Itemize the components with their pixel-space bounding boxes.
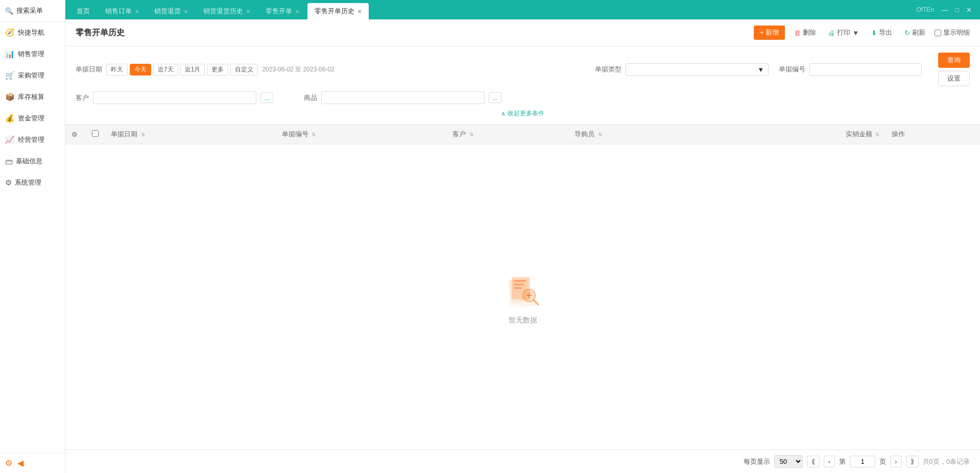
tab-close-retail-open[interactable]: ✕ <box>295 9 299 14</box>
date-btn-last-month[interactable]: 近1月 <box>180 64 205 76</box>
tab-label-home: 首页 <box>77 7 90 16</box>
filter-row-1: 单据日期 昨天 今天 近7天 近1月 更多 自定义 2023-06-02 至 2… <box>76 53 970 86</box>
display-checkbox[interactable] <box>935 30 941 36</box>
collapse-label: 收起更多条件 <box>508 109 544 118</box>
header-actions: + 新增 🗑 删除 🖨 打印 ▼ ⬇ 导出 ↻ 刷新 <box>754 26 970 40</box>
doc-no-input[interactable] <box>809 63 922 76</box>
next-page-btn[interactable]: › <box>890 456 901 467</box>
sidebar-search[interactable]: 🔍 搜索采单 <box>0 0 65 22</box>
date-filter-label: 单据日期 <box>76 65 102 74</box>
tab-close-retail-open-history[interactable]: ✕ <box>357 9 362 14</box>
date-buttons: 昨天 今天 近7天 近1月 更多 自定义 2023-06-02 至 2023-0… <box>106 64 334 76</box>
maximize-btn[interactable]: □ <box>955 6 959 14</box>
delete-icon: 🗑 <box>794 29 801 37</box>
col-date[interactable]: 单据日期 ⇅ <box>105 125 276 144</box>
doc-type-select[interactable]: ▼ <box>626 63 769 76</box>
svg-rect-4 <box>514 284 524 285</box>
prev-page-btn[interactable]: ‹ <box>824 456 835 467</box>
date-btn-today[interactable]: 今天 <box>130 64 151 76</box>
sidebar-item-sales-mgmt[interactable]: 📊销售管理 <box>0 43 65 65</box>
sidebar-icon-quick-nav: 🧭 <box>5 28 15 37</box>
col-customer[interactable]: 客户 ⇅ <box>446 125 568 144</box>
sidebar-item-purchase-mgmt[interactable]: 🛒采购管理 <box>0 65 65 86</box>
sidebar-label-basic-info: 基础信息 <box>16 157 42 166</box>
date-btn-yesterday[interactable]: 昨天 <box>106 64 128 76</box>
table-settings-icon[interactable]: ⚙ <box>71 131 78 138</box>
col-guide-label: 导购员 <box>575 130 594 138</box>
sidebar-item-operations[interactable]: 📈经营管理 <box>0 129 65 151</box>
refresh-button[interactable]: ↻ 刷新 <box>901 26 928 39</box>
doc-type-label: 单据类型 <box>595 65 622 74</box>
refresh-label: 刷新 <box>912 28 925 37</box>
collapse-arrow: ∧ <box>501 110 506 117</box>
date-btn-more[interactable]: 更多 <box>207 64 228 76</box>
table-settings-header[interactable]: ⚙ <box>65 125 86 144</box>
tab-bar: 首页销售订单✕销货退货✕销货退货历史✕零售开单✕零售开单历史✕ OfTEn — … <box>65 0 980 19</box>
per-page-label: 每页显示 <box>744 457 770 466</box>
col-customer-sort: ⇅ <box>469 132 473 137</box>
print-label: 打印 <box>837 28 850 37</box>
sidebar-icon-system: ⚙ <box>5 178 12 187</box>
sidebar-icon-operations: 📈 <box>5 135 15 144</box>
sidebar-item-system[interactable]: ⚙系统管理 <box>0 172 65 193</box>
tab-retail-open[interactable]: 零售开单✕ <box>258 3 306 19</box>
sidebar-label-system: 系统管理 <box>15 178 41 187</box>
query-button[interactable]: 查询 <box>938 53 970 68</box>
settings-icon[interactable]: ⚙ <box>5 458 12 468</box>
tab-close-sales-return-history[interactable]: ✕ <box>246 9 250 14</box>
display-toggle[interactable]: 显示明细 <box>935 28 970 37</box>
sidebar-bottom: ⚙ ◀ <box>0 453 65 473</box>
customer-input[interactable] <box>93 91 256 104</box>
settings-button[interactable]: 设置 <box>938 71 970 86</box>
sidebar-label-operations: 经营管理 <box>18 135 44 144</box>
doc-type-filter-group: 单据类型 ▼ <box>595 63 769 76</box>
date-btn-last7[interactable]: 近7天 <box>153 64 178 76</box>
delete-button[interactable]: 🗑 删除 <box>791 26 819 39</box>
collapse-filter-btn[interactable]: ∧ 收起更多条件 <box>76 109 970 118</box>
minimize-btn[interactable]: — <box>941 6 948 14</box>
tab-close-sales-return[interactable]: ✕ <box>184 9 188 14</box>
col-amount[interactable]: 实销金额 ⇅ <box>715 125 886 144</box>
sidebar-item-quick-nav[interactable]: 🧭快捷导航 <box>0 22 65 43</box>
main-table: ⚙ 单据日期 ⇅ 单据编号 ⇅ <box>65 125 980 144</box>
print-button[interactable]: 🖨 打印 ▼ <box>825 26 862 39</box>
window-close-btn[interactable]: ✕ <box>966 6 972 14</box>
page-title: 零售开单历史 <box>76 28 125 38</box>
last-page-btn[interactable]: ⟫ <box>906 456 919 467</box>
select-all-checkbox[interactable] <box>92 130 99 137</box>
sidebar-item-finance[interactable]: 💰资金管理 <box>0 108 65 129</box>
date-btn-custom[interactable]: 自定义 <box>230 64 258 76</box>
tab-sales-order[interactable]: 销售订单✕ <box>98 3 146 19</box>
table-checkbox-header[interactable] <box>86 125 105 144</box>
product-input[interactable] <box>321 91 485 104</box>
collapse-icon[interactable]: ◀ <box>17 458 23 468</box>
col-date-sort: ⇅ <box>141 132 145 137</box>
col-guide[interactable]: 导购员 ⇅ <box>568 125 715 144</box>
svg-rect-3 <box>514 280 526 282</box>
sidebar-label-sales-mgmt: 销售管理 <box>18 49 44 59</box>
print-arrow: ▼ <box>852 29 859 37</box>
table-container: ⚙ 单据日期 ⇅ 单据编号 ⇅ <box>65 125 980 473</box>
customer-ellipsis-btn[interactable]: ... <box>260 92 273 103</box>
add-button[interactable]: + 新增 <box>754 26 785 40</box>
sidebar: 🔍 搜索采单 🧭快捷导航📊销售管理🛒采购管理📦库存核算💰资金管理📈经营管理🗃基础… <box>0 0 65 473</box>
sidebar-menu: 🧭快捷导航📊销售管理🛒采购管理📦库存核算💰资金管理📈经营管理🗃基础信息⚙系统管理 <box>0 22 65 453</box>
export-button[interactable]: ⬇ 导出 <box>868 26 895 39</box>
product-ellipsis-btn[interactable]: ... <box>489 92 501 103</box>
page-input[interactable] <box>850 456 875 467</box>
col-no[interactable]: 单据编号 ⇅ <box>276 125 447 144</box>
tab-label-retail-open: 零售开单 <box>266 7 292 16</box>
first-page-btn[interactable]: ⟪ <box>807 456 820 467</box>
sidebar-label-quick-nav: 快捷导航 <box>18 28 44 37</box>
tab-sales-return[interactable]: 销货退货✕ <box>147 3 195 19</box>
tab-home[interactable]: 首页 <box>69 3 97 19</box>
tab-retail-open-history[interactable]: 零售开单历史✕ <box>307 3 369 19</box>
col-customer-label: 客户 <box>452 130 466 138</box>
tab-sales-return-history[interactable]: 销货退货历史✕ <box>196 3 257 19</box>
sidebar-item-basic-info[interactable]: 🗃基础信息 <box>0 151 65 172</box>
table-header: ⚙ 单据日期 ⇅ 单据编号 ⇅ <box>65 125 980 144</box>
tab-label-sales-return: 销货退货 <box>154 7 181 16</box>
tab-close-sales-order[interactable]: ✕ <box>135 9 139 14</box>
per-page-select[interactable]: 50 10 20 100 <box>774 455 803 468</box>
sidebar-item-inventory[interactable]: 📦库存核算 <box>0 86 65 108</box>
